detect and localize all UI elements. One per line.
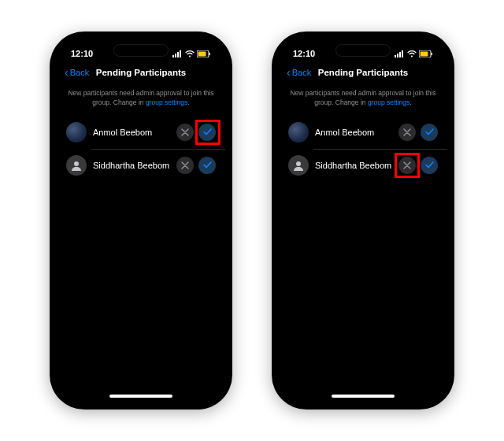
back-label: Back	[292, 68, 311, 77]
back-button[interactable]: ‹ Back	[65, 67, 89, 78]
home-indicator[interactable]	[332, 395, 395, 398]
wifi-icon	[185, 50, 195, 57]
nav-bar: ‹ Back Pending Participants	[279, 62, 447, 84]
svg-point-15	[296, 161, 301, 166]
screen: 12:10 ‹ Back Pending Participants New pa…	[57, 39, 225, 402]
approve-button[interactable]	[198, 157, 216, 174]
nav-bar: ‹ Back Pending Participants	[57, 62, 225, 84]
x-icon	[181, 161, 189, 169]
back-button[interactable]: ‹ Back	[287, 67, 311, 78]
approve-button[interactable]	[198, 124, 216, 141]
svg-rect-5	[198, 51, 206, 56]
svg-rect-10	[399, 52, 401, 57]
reject-button[interactable]	[176, 157, 194, 174]
signal-icon	[172, 50, 183, 57]
svg-point-7	[74, 161, 79, 166]
check-icon	[425, 161, 434, 169]
dynamic-island	[335, 44, 391, 57]
check-icon	[425, 128, 434, 135]
reject-button[interactable]	[398, 157, 416, 174]
svg-rect-8	[395, 55, 396, 57]
home-indicator[interactable]	[109, 395, 172, 398]
page-title: Pending Participants	[318, 68, 408, 77]
avatar	[288, 155, 309, 176]
participant-row: Anmol Beebom	[279, 116, 447, 149]
action-buttons	[398, 157, 438, 174]
signal-icon	[395, 50, 405, 57]
participant-name: Anmol Beebom	[315, 128, 392, 137]
person-icon	[71, 160, 82, 171]
battery-icon	[197, 50, 211, 57]
approve-button[interactable]	[421, 157, 438, 174]
avatar	[66, 155, 87, 176]
avatar	[66, 122, 87, 143]
x-icon	[181, 128, 189, 136]
approve-button[interactable]	[421, 124, 438, 141]
page-title: Pending Participants	[96, 68, 186, 77]
check-icon	[203, 128, 212, 135]
svg-rect-1	[175, 54, 176, 57]
x-icon	[403, 128, 411, 136]
participant-row: Siddhartha Beebom	[279, 149, 447, 182]
svg-rect-6	[209, 53, 211, 55]
info-text: New participants need admin approval to …	[279, 84, 447, 116]
phone-right: 12:10 ‹ Back Pending Participants New pa…	[272, 32, 454, 410]
svg-rect-11	[402, 50, 403, 57]
avatar	[288, 122, 309, 143]
status-time: 12:10	[293, 49, 315, 58]
svg-rect-2	[177, 52, 179, 57]
check-icon	[203, 161, 212, 169]
battery-icon	[419, 50, 433, 57]
dynamic-island	[113, 44, 169, 57]
svg-rect-14	[432, 53, 433, 55]
person-icon	[293, 160, 304, 171]
svg-rect-3	[180, 50, 181, 57]
chevron-left-icon: ‹	[287, 67, 291, 78]
info-text: New participants need admin approval to …	[57, 84, 225, 116]
participant-row: Siddhartha Beebom	[57, 149, 225, 182]
wifi-icon	[407, 50, 417, 57]
back-label: Back	[70, 68, 89, 77]
participant-name: Siddhartha Beebom	[93, 161, 170, 170]
screen: 12:10 ‹ Back Pending Participants New pa…	[279, 39, 447, 402]
status-icons	[395, 50, 433, 57]
action-buttons	[398, 124, 438, 141]
svg-rect-0	[172, 55, 174, 57]
x-icon	[403, 161, 411, 169]
action-buttons	[176, 157, 216, 174]
participant-name: Siddhartha Beebom	[315, 161, 392, 170]
svg-rect-9	[397, 54, 398, 57]
phone-left: 12:10 ‹ Back Pending Participants New pa…	[50, 32, 232, 410]
action-buttons	[176, 124, 216, 141]
reject-button[interactable]	[398, 124, 416, 141]
status-icons	[172, 50, 211, 57]
status-time: 12:10	[71, 49, 93, 58]
chevron-left-icon: ‹	[65, 67, 69, 78]
group-settings-link[interactable]: group settings	[146, 98, 187, 106]
reject-button[interactable]	[176, 124, 194, 141]
group-settings-link[interactable]: group settings	[368, 98, 410, 106]
svg-rect-13	[421, 51, 428, 56]
participant-name: Anmol Beebom	[93, 128, 170, 137]
participant-row: Anmol Beebom	[57, 116, 225, 149]
